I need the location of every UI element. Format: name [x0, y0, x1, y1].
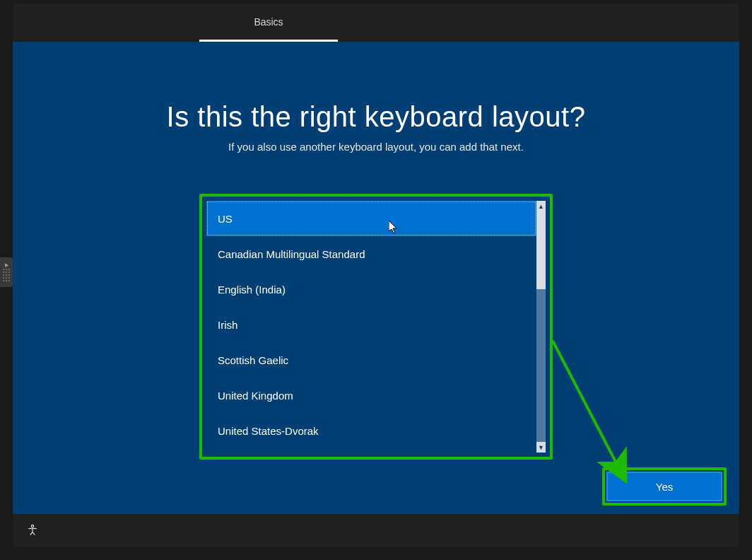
scroll-up-arrow-icon[interactable]: ▲: [536, 201, 546, 211]
list-item-label: Irish: [218, 319, 237, 331]
scroll-thumb[interactable]: [536, 211, 546, 289]
list-item[interactable]: United States-Dvorak: [206, 413, 536, 448]
svg-point-1: [31, 525, 33, 527]
list-item[interactable]: United Kingdom: [206, 378, 536, 413]
list-item-label: Canadian Multilingual Standard: [218, 248, 365, 260]
list-item-label: English (India): [218, 284, 286, 296]
page-title: Is this the right keyboard layout?: [13, 101, 739, 133]
list-item-label: United Kingdom: [218, 390, 293, 402]
list-item[interactable]: Irish: [206, 307, 536, 342]
bottom-bar: [13, 514, 739, 547]
keyboard-layout-listbox[interactable]: US Canadian Multilingual Standard Englis…: [206, 201, 546, 453]
page-subtitle: If you also use another keyboard layout,…: [13, 141, 739, 153]
tab-label: Basics: [254, 16, 283, 28]
accessibility-icon[interactable]: [25, 523, 40, 537]
list-item[interactable]: US: [206, 201, 536, 236]
list-item-label: US: [218, 213, 233, 225]
svg-line-0: [553, 341, 623, 477]
yes-button[interactable]: Yes: [606, 472, 722, 501]
side-panel-handle[interactable]: ▶: [0, 257, 13, 287]
scrollbar[interactable]: ▲ ▼: [536, 201, 546, 453]
listbox-items: US Canadian Multilingual Standard Englis…: [206, 201, 536, 453]
annotation-highlight-listbox: US Canadian Multilingual Standard Englis…: [199, 194, 553, 460]
list-item[interactable]: Scottish Gaelic: [206, 342, 536, 378]
list-item-label: United States-Dvorak: [218, 425, 319, 437]
yes-button-label: Yes: [656, 481, 673, 493]
chevron-right-icon: ▶: [5, 262, 8, 267]
annotation-highlight-yes: Yes: [602, 467, 727, 506]
list-item[interactable]: Canadian Multilingual Standard: [206, 236, 536, 272]
list-item-label: Scottish Gaelic: [218, 354, 288, 366]
scroll-down-arrow-icon[interactable]: ▼: [536, 442, 546, 453]
setup-view: Is this the right keyboard layout? If yo…: [13, 42, 739, 514]
grip-dots-icon: [3, 269, 10, 283]
tab-basics[interactable]: Basics: [199, 4, 338, 42]
list-item[interactable]: English (India): [206, 272, 536, 307]
top-tab-bar: Basics: [13, 4, 739, 42]
